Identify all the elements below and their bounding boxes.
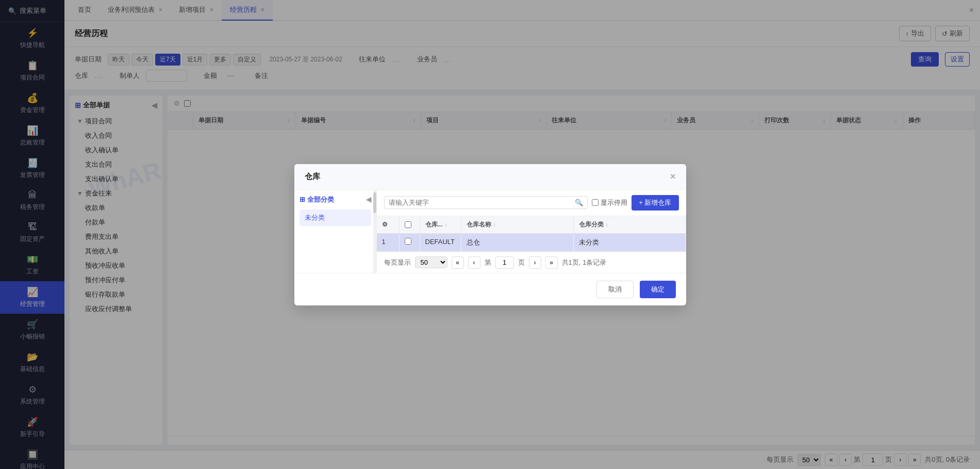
modal-td-category: 未分类: [574, 234, 686, 251]
modal-page-size-select[interactable]: 50: [415, 256, 447, 268]
modal-table-row[interactable]: 1 DEFAULT 总仓 未分类: [377, 234, 686, 252]
modal-search-wrap: 🔍: [384, 196, 588, 209]
row-checkbox[interactable]: [405, 238, 411, 245]
modal-th-settings[interactable]: ⚙: [377, 216, 400, 233]
modal-th-category[interactable]: 仓库分类↕: [574, 216, 686, 233]
warehouse-modal: 仓库 × ⊞ 全部分类 ◀ 未分类: [294, 164, 686, 305]
modal-toolbar: 🔍 显示停用 + 新增仓库: [377, 190, 686, 216]
grid-icon-modal: ⊞: [300, 196, 305, 203]
modal-th-name[interactable]: 仓库名称↕: [461, 216, 574, 233]
modal-td-checkbox: [400, 234, 420, 251]
modal-actions: 取消 确定: [294, 273, 686, 305]
modal-page-unit: 页: [518, 258, 525, 267]
modal-left-scrollbar-thumb: [373, 192, 376, 213]
cancel-button[interactable]: 取消: [596, 281, 634, 298]
modal-left-panel: ⊞ 全部分类 ◀ 未分类: [294, 190, 377, 273]
modal-table-body: 1 DEFAULT 总仓 未分类: [377, 234, 686, 252]
modal-page-input[interactable]: [495, 256, 514, 269]
show-disabled-label[interactable]: 显示停用: [592, 198, 627, 207]
modal-title: 仓库: [305, 172, 320, 182]
modal-left-header[interactable]: ⊞ 全部分类 ◀: [300, 195, 371, 204]
modal-select-all-checkbox[interactable]: [405, 221, 411, 228]
all-category-label: 全部分类: [307, 195, 334, 204]
modal-td-index: 1: [377, 234, 400, 251]
modal-td-code: DEFAULT: [420, 234, 461, 251]
modal-td-name: 总仓: [461, 234, 574, 251]
modal-table-footer: 每页显示 50 « ‹ 第 页 › » 共1页, 1条记录: [377, 252, 686, 273]
modal-prev-page-btn[interactable]: ‹: [468, 256, 480, 269]
collapse-modal-left-icon[interactable]: ◀: [366, 196, 371, 203]
modal-left-scrollbar[interactable]: [373, 190, 376, 273]
modal-th-code[interactable]: 仓库...↕: [420, 216, 461, 233]
modal-first-page-btn[interactable]: «: [452, 256, 464, 269]
add-warehouse-button[interactable]: + 新增仓库: [632, 195, 678, 211]
modal-right-panel: 🔍 显示停用 + 新增仓库 ⚙ 仓库...↕ 仓库名称↕: [377, 190, 686, 273]
confirm-button[interactable]: 确定: [640, 281, 676, 298]
modal-last-page-btn[interactable]: »: [545, 256, 558, 269]
modal-search-icon: 🔍: [575, 199, 583, 206]
modal-body: ⊞ 全部分类 ◀ 未分类 🔍: [294, 190, 686, 273]
modal-th-checkbox: [400, 216, 420, 233]
modal-page-label: 第: [485, 258, 491, 267]
modal-total-label: 共1页, 1条记录: [562, 258, 607, 267]
uncategorized-label: 未分类: [305, 214, 325, 221]
modal-table-header: ⚙ 仓库...↕ 仓库名称↕ 仓库分类↕: [377, 216, 686, 234]
modal-next-page-btn[interactable]: ›: [529, 256, 541, 269]
modal-category-uncategorized[interactable]: 未分类: [300, 209, 371, 226]
modal-close-icon[interactable]: ×: [670, 171, 676, 182]
modal-search-input[interactable]: [389, 199, 575, 206]
modal-page-size-label: 每页显示: [384, 258, 411, 267]
modal-header: 仓库 ×: [294, 164, 686, 190]
show-disabled-checkbox[interactable]: [592, 199, 599, 206]
modal-overlay: 仓库 × ⊞ 全部分类 ◀ 未分类: [0, 0, 980, 469]
